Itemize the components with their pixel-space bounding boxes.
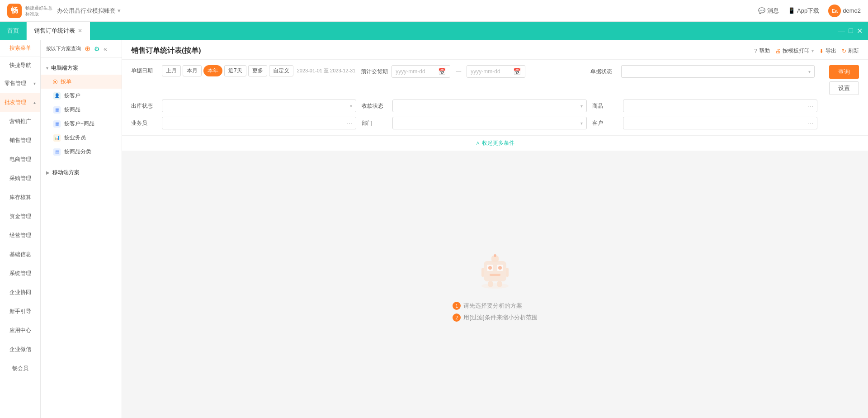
scheme-by-customer-label: 按客户	[64, 92, 80, 100]
action-buttons: 查询 设置	[820, 65, 859, 95]
dept-select[interactable]: ▾	[392, 117, 587, 129]
sidebar-item-inventory[interactable]: 库存核算	[0, 188, 40, 207]
tab-close-icon[interactable]: ✕	[78, 28, 82, 34]
scheme-by-salesperson-label: 按业务员	[64, 134, 86, 142]
main-layout: 搜索菜单 快捷导航 零售管理 ▾ 批发管理 ▴ 营销推广 销售管理 电商管理 采…	[0, 40, 868, 418]
goods-input[interactable]: ···	[623, 100, 817, 112]
empty-state: 1 请先选择要分析的方案 2 用[过滤]条件来缩小分析范围	[122, 151, 868, 418]
tab-sales-order[interactable]: 销售订单统计表 ✕	[27, 22, 90, 40]
app-download-button[interactable]: 📱 App下载	[788, 7, 819, 15]
sidebar-item-ecommerce[interactable]: 电商管理	[0, 150, 40, 169]
date-btn-last-month[interactable]: 上月	[162, 65, 181, 76]
expected-date-label: 预计交货期	[361, 68, 388, 76]
sidebar-item-wechat[interactable]: 企业微信	[0, 340, 40, 359]
scheme-item-by-customer[interactable]: 👤 按客户	[41, 89, 122, 103]
sidebar-item-sales[interactable]: 销售管理	[0, 131, 40, 150]
goods-label: 商品	[592, 102, 619, 110]
sidebar-item-wholesale[interactable]: 批发管理 ▴	[0, 93, 40, 112]
date-btn-more[interactable]: 更多	[248, 65, 267, 76]
payment-status-select[interactable]: ▾	[392, 100, 587, 112]
mobile-group-title[interactable]: ▶ 移动端方案	[41, 166, 122, 179]
scheme-item-by-order[interactable]: 按单	[41, 75, 122, 89]
top-bar-left: 畅 畅捷通好生意 标准版 办公用品行业模拟账套 ▾	[7, 4, 121, 18]
sidebar-item-appstore[interactable]: 应用中心	[0, 321, 40, 340]
export-button[interactable]: ⬇ 导出	[819, 47, 836, 55]
scheme-group-mobile: ▶ 移动端方案	[41, 162, 122, 183]
svg-point-3	[488, 266, 492, 270]
sidebar-item-enterprise[interactable]: 企业协同	[0, 283, 40, 302]
tab-maximize-icon[interactable]: □	[849, 27, 853, 35]
tab-minimize-icon[interactable]: —	[838, 27, 845, 35]
sidebar-item-newbie[interactable]: 新手引导	[0, 302, 40, 321]
user-area[interactable]: Ea demo2	[828, 5, 861, 17]
tab-close-window-icon[interactable]: ✕	[857, 27, 863, 35]
sidebar-item-search-menu[interactable]: 搜索菜单	[0, 40, 40, 57]
scheme-item-by-goods[interactable]: ▦ 按商品	[41, 103, 122, 117]
collapse-bar[interactable]: ∧ 收起更多条件	[122, 135, 868, 151]
print-icon: 🖨	[775, 48, 781, 54]
expected-date-start: 📅	[392, 65, 450, 78]
sidebar-item-marketing[interactable]: 营销推广	[0, 112, 40, 131]
logo-area[interactable]: 畅 畅捷通好生意 标准版	[7, 4, 52, 18]
left-panel-header: 按以下方案查询 ⊕ ⚙ «	[41, 40, 122, 58]
scheme-by-customer-goods-icon: ▦	[53, 120, 61, 128]
salesperson-row: 业务员 ···	[131, 117, 356, 129]
dept-label: 部门	[362, 119, 389, 127]
date-btn-this-year[interactable]: 本年	[203, 65, 222, 76]
sidebar-item-purchase[interactable]: 采购管理	[0, 169, 40, 188]
sidebar-item-finance[interactable]: 资金管理	[0, 207, 40, 226]
edit-scheme-icon[interactable]: ⚙	[94, 45, 100, 52]
sidebar-item-basic[interactable]: 基础信息	[0, 245, 40, 264]
sidebar-item-quick-nav[interactable]: 快捷导航	[0, 57, 40, 74]
expected-date-end-input[interactable]	[471, 68, 511, 75]
sidebar-inventory-label: 库存核算	[9, 194, 31, 200]
add-scheme-icon[interactable]: ⊕	[85, 44, 90, 53]
salesperson-input[interactable]: ···	[162, 117, 356, 129]
date-filter-buttons: 上月 本月 本年 近7天 更多 自定义	[162, 65, 293, 76]
sidebar-item-vip[interactable]: 畅会员	[0, 359, 40, 378]
tab-home[interactable]: 首页	[0, 22, 27, 40]
app-download-icon: 📱	[788, 7, 795, 14]
sidebar-wholesale-arrow-icon: ▴	[33, 100, 36, 105]
sidebar-retail-label: 零售管理	[5, 80, 26, 87]
date-btn-this-month[interactable]: 本月	[183, 65, 202, 76]
sidebar: 搜索菜单 快捷导航 零售管理 ▾ 批发管理 ▴ 营销推广 销售管理 电商管理 采…	[0, 40, 41, 418]
expected-date-start-input[interactable]	[396, 68, 436, 75]
doc-status-select[interactable]: ▾	[621, 65, 815, 78]
calendar-start-icon[interactable]: 📅	[438, 68, 446, 75]
date-separator: —	[456, 68, 461, 75]
customer-input[interactable]: ···	[623, 117, 817, 129]
template-print-button[interactable]: 🖨 按模板打印 ▾	[775, 47, 814, 55]
doc-status-arrow-icon: ▾	[808, 69, 811, 74]
desktop-group-title[interactable]: ▾ 电脑端方案	[41, 62, 122, 75]
logo-icon: 畅	[7, 4, 22, 18]
scheme-item-by-category[interactable]: ▤ 按商品分类	[41, 145, 122, 159]
content-area: 按以下方案查询 ⊕ ⚙ « ▾ 电脑端方案 按单 👤 按客户	[41, 40, 868, 418]
payment-status-arrow-icon: ▾	[580, 104, 583, 109]
help-label: 帮助	[759, 47, 770, 55]
scheme-item-by-salesperson[interactable]: 📊 按业务员	[41, 131, 122, 145]
message-button[interactable]: 💬 消息	[758, 7, 779, 15]
date-btn-custom[interactable]: 自定义	[269, 65, 293, 76]
search-button[interactable]: 查询	[829, 65, 859, 79]
collapse-panel-icon[interactable]: «	[104, 45, 107, 52]
avatar: Ea	[828, 5, 841, 17]
sidebar-item-operation[interactable]: 经营管理	[0, 226, 40, 245]
settings-button[interactable]: 设置	[829, 81, 859, 95]
ship-status-select[interactable]: ▾	[162, 100, 356, 112]
help-icon: ?	[754, 48, 757, 54]
breadcrumb-arrow-icon[interactable]: ▾	[118, 7, 121, 14]
date-btn-last-7-days[interactable]: 近7天	[224, 65, 246, 76]
scheme-by-goods-label: 按商品	[64, 106, 80, 114]
sidebar-item-system[interactable]: 系统管理	[0, 264, 40, 283]
help-button[interactable]: ? 帮助	[754, 47, 770, 55]
dept-row: 部门 ▾	[362, 117, 587, 129]
tab-bar-right: — □ ✕	[838, 27, 868, 35]
hint-num-1: 1	[453, 302, 461, 310]
scheme-item-by-customer-goods[interactable]: ▦ 按客户+商品	[41, 117, 122, 131]
sidebar-item-retail[interactable]: 零售管理 ▾	[0, 74, 40, 93]
sidebar-newbie-label: 新手引导	[9, 308, 31, 314]
calendar-end-icon[interactable]: 📅	[513, 68, 521, 75]
refresh-button[interactable]: ↻ 刷新	[842, 47, 859, 55]
hint-num-2: 2	[453, 314, 461, 322]
